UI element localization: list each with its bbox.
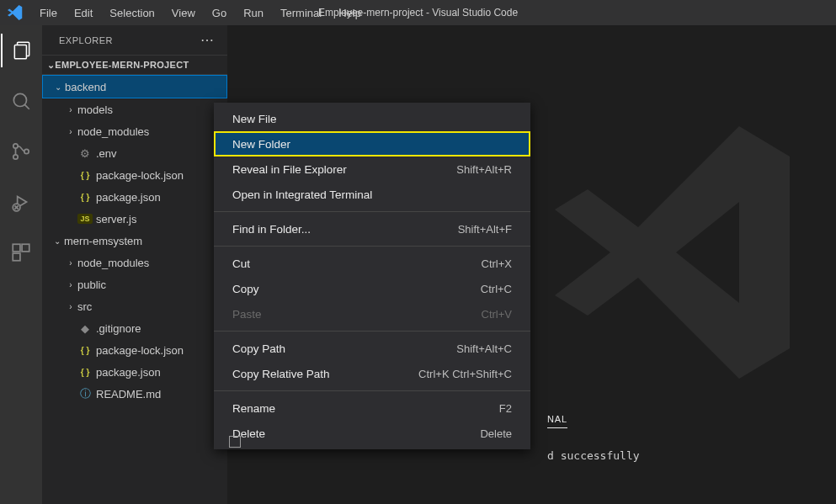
terminal-output: d successfully <box>547 449 640 462</box>
gear-icon: ⚙ <box>77 147 93 160</box>
context-item-label: Paste <box>232 308 262 321</box>
tree-label: README.md <box>96 388 161 401</box>
json-icon: { } <box>77 193 93 202</box>
maximize-icon[interactable] <box>229 436 241 448</box>
context-menu: New FileNew FolderReveal in File Explore… <box>214 103 530 449</box>
context-separator <box>214 211 530 212</box>
context-item-label: Cut <box>232 257 250 270</box>
svg-point-4 <box>13 155 18 159</box>
tree-label: node_modules <box>77 257 149 269</box>
vscode-watermark-icon <box>550 126 802 379</box>
activity-explorer[interactable] <box>1 34 41 67</box>
tree-folder[interactable]: ⌄backend <box>42 75 227 98</box>
chevron-down-icon: ⌄ <box>51 82 65 92</box>
context-item-label: Open in Integrated Terminal <box>232 188 372 201</box>
tree-file[interactable]: ⚙.env <box>42 142 227 164</box>
tree-folder[interactable]: ›src <box>42 295 227 317</box>
activity-extensions[interactable] <box>1 236 41 269</box>
activity-source-control[interactable] <box>1 135 41 168</box>
menu-run[interactable]: Run <box>236 3 271 23</box>
context-separator <box>214 246 530 247</box>
tree-label: backend <box>65 81 106 93</box>
tree-label: mern-emsystem <box>64 235 142 247</box>
context-item-cut[interactable]: CutCtrl+X <box>214 251 530 276</box>
context-item-shortcut: Shift+Alt+R <box>456 163 512 176</box>
tree-folder[interactable]: ›models <box>42 98 227 120</box>
tree-folder[interactable]: ›node_modules <box>42 252 227 273</box>
activity-bar <box>0 25 42 504</box>
context-item-label: New File <box>232 113 277 125</box>
chevron-right-icon: › <box>64 302 77 311</box>
tree-file[interactable]: ◆.gitignore <box>42 317 227 339</box>
workspace-section-header[interactable]: ⌄ EMPLOYEE-MERN-PROJECT <box>42 55 227 75</box>
context-item-shortcut: Shift+Alt+F <box>458 223 512 236</box>
tree-folder[interactable]: ›node_modules <box>42 120 227 142</box>
context-item-label: Reveal in File Explorer <box>232 163 347 176</box>
tree-file[interactable]: { }package.json <box>42 186 227 208</box>
menu-go[interactable]: Go <box>205 3 234 23</box>
context-item-open-in-integrated-terminal[interactable]: Open in Integrated Terminal <box>214 182 530 207</box>
svg-rect-9 <box>13 253 20 261</box>
chevron-down-icon: ⌄ <box>51 236 64 246</box>
context-item-label: New Folder <box>232 138 290 151</box>
context-item-shortcut: F2 <box>499 402 512 415</box>
js-icon: JS <box>77 214 93 224</box>
svg-rect-7 <box>13 244 20 252</box>
tree-label: package-lock.json <box>96 169 184 182</box>
tree-label: package.json <box>96 191 161 204</box>
info-icon: ⓘ <box>77 386 93 401</box>
menu-file[interactable]: File <box>32 3 65 23</box>
tree-folder[interactable]: ›public <box>42 273 227 295</box>
context-item-reveal-in-file-explorer[interactable]: Reveal in File ExplorerShift+Alt+R <box>214 157 530 182</box>
menu-edit[interactable]: Edit <box>67 3 100 23</box>
context-item-label: Rename <box>232 402 275 415</box>
context-item-paste: PasteCtrl+V <box>214 301 530 326</box>
tree-file[interactable]: ⓘREADME.md <box>42 383 227 405</box>
activity-debug[interactable] <box>1 185 41 219</box>
title-bar: FileEditSelectionViewGoRunTerminalHelp E… <box>0 0 836 25</box>
context-item-new-file[interactable]: New File <box>214 106 530 131</box>
tree-label: package.json <box>96 366 161 379</box>
tree-file[interactable]: JSserver.js <box>42 208 227 230</box>
context-item-copy-path[interactable]: Copy PathShift+Alt+C <box>214 336 530 361</box>
menu-selection[interactable]: Selection <box>102 3 162 23</box>
terminal-tab[interactable]: NAL <box>547 414 567 428</box>
tree-file[interactable]: { }package-lock.json <box>42 164 227 186</box>
json-icon: { } <box>77 346 93 355</box>
menu-view[interactable]: View <box>164 3 203 23</box>
tree-file[interactable]: { }package-lock.json <box>42 339 227 361</box>
chevron-right-icon: › <box>64 105 77 114</box>
context-item-label: Copy Relative Path <box>232 368 330 380</box>
tree-label: models <box>77 103 113 116</box>
json-icon: { } <box>77 171 93 180</box>
context-item-find-in-folder[interactable]: Find in Folder...Shift+Alt+F <box>214 216 530 241</box>
context-separator <box>214 390 530 391</box>
json-icon: { } <box>77 368 93 377</box>
context-item-rename[interactable]: RenameF2 <box>214 395 530 421</box>
tree-label: .gitignore <box>96 322 141 335</box>
tree-label: public <box>77 279 106 291</box>
tree-folder[interactable]: ⌄mern-emsystem <box>42 230 227 252</box>
file-tree: ⌄backend›models›node_modules⚙.env{ }pack… <box>42 75 227 504</box>
sidebar-header: EXPLORER ⋯ <box>42 25 227 55</box>
svg-point-5 <box>24 149 29 153</box>
window-title: Employee-mern-project - Visual Studio Co… <box>318 7 518 19</box>
activity-search[interactable] <box>1 84 41 118</box>
context-item-copy[interactable]: CopyCtrl+C <box>214 276 530 301</box>
context-item-shortcut: Ctrl+V <box>482 308 512 321</box>
context-item-copy-relative-path[interactable]: Copy Relative PathCtrl+K Ctrl+Shift+C <box>214 361 530 386</box>
sidebar-title: EXPLORER <box>59 35 113 45</box>
context-item-new-folder[interactable]: New Folder <box>214 131 530 157</box>
svg-point-3 <box>13 144 18 148</box>
tree-file[interactable]: { }package.json <box>42 361 227 383</box>
chevron-right-icon: › <box>64 280 77 289</box>
more-actions-icon[interactable]: ⋯ <box>200 32 215 48</box>
context-item-delete[interactable]: DeleteDelete <box>214 421 530 446</box>
git-icon: ◆ <box>77 322 93 335</box>
svg-rect-8 <box>22 244 29 252</box>
context-separator <box>214 331 530 332</box>
vscode-icon <box>7 4 24 21</box>
context-item-label: Find in Folder... <box>232 223 311 236</box>
sidebar-explorer: EXPLORER ⋯ ⌄ EMPLOYEE-MERN-PROJECT ⌄back… <box>42 25 227 504</box>
chevron-right-icon: › <box>64 127 77 136</box>
